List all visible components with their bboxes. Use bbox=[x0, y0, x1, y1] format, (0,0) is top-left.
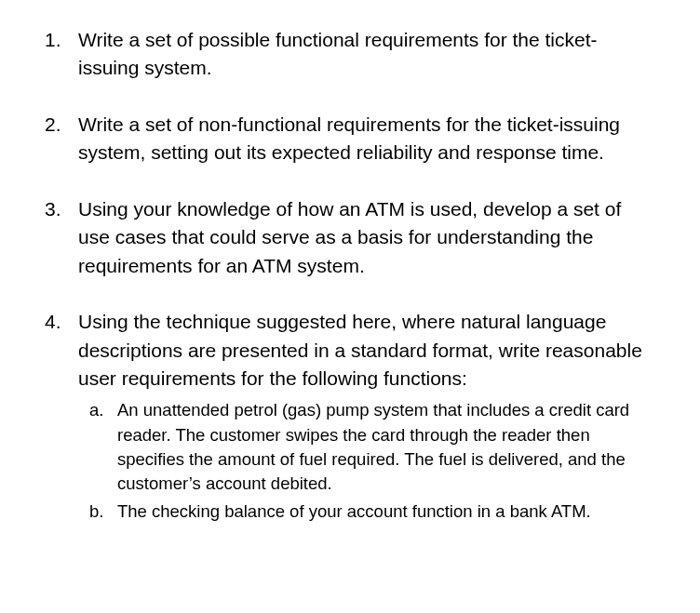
numbered-list: Write a set of possible functional requi… bbox=[45, 26, 655, 525]
subitem-text: The checking balance of your account fun… bbox=[117, 501, 591, 521]
list-item: Using your knowledge of how an ATM is us… bbox=[45, 195, 655, 280]
lettered-sublist: An unattended petrol (gas) pump system t… bbox=[78, 398, 655, 524]
subitem-text: An unattended petrol (gas) pump system t… bbox=[117, 400, 629, 493]
list-item: Using the technique suggested here, wher… bbox=[45, 308, 655, 525]
item-text: Write a set of non-functional requiremen… bbox=[78, 113, 620, 163]
list-item: Write a set of possible functional requi… bbox=[45, 26, 655, 83]
item-text: Using your knowledge of how an ATM is us… bbox=[78, 198, 621, 276]
sublist-item: The checking balance of your account fun… bbox=[89, 500, 655, 524]
item-text: Using the technique suggested here, wher… bbox=[78, 311, 642, 389]
list-item: Write a set of non-functional requiremen… bbox=[45, 111, 655, 167]
item-text: Write a set of possible functional requi… bbox=[78, 29, 598, 78]
sublist-item: An unattended petrol (gas) pump system t… bbox=[89, 398, 655, 496]
